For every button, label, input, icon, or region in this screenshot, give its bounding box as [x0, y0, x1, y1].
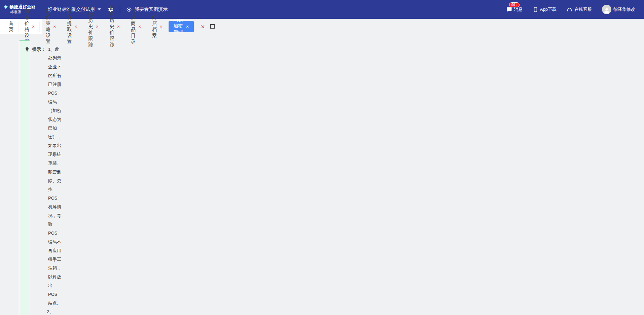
tab[interactable]: 采购历史价跟踪 — [84, 21, 104, 32]
tab-label: 门店档案 — [152, 14, 157, 39]
headset-icon — [567, 7, 572, 12]
tab-bar: 首页 商品价格设置 进价策略设置 售价提取设置 — [0, 19, 42, 34]
tab-close-icon[interactable] — [32, 24, 35, 29]
user-name: 徐泽华修改 — [613, 6, 635, 12]
tab-close-icon[interactable] — [117, 24, 120, 29]
tab-close-icon[interactable] — [96, 24, 99, 29]
tip-line-1: 1、此处列示企业下的所有已注册POS编码（加密状态为已加密），如果出现系统重装、… — [48, 45, 61, 308]
tip-title: 提示： — [32, 45, 45, 54]
app-download-button[interactable]: App下载 — [533, 6, 557, 12]
tab[interactable]: 进价策略设置 — [41, 21, 61, 32]
app-window: 畅捷通好业财 标准版 好业财标准版交付试用 我要看实例演示 99+ — [0, 0, 644, 315]
tab[interactable]: 门店档案 — [147, 21, 167, 32]
tab-label: 进价策略设置 — [46, 8, 50, 45]
user-menu[interactable]: 徐泽华修改 — [602, 5, 635, 14]
message-badge: 99+ — [509, 2, 520, 7]
tab[interactable]: 首页 — [4, 21, 19, 32]
app-download-label: App下载 — [540, 6, 557, 12]
chevron-down-icon — [98, 8, 101, 10]
tab-label: 销售历史价跟踪 — [110, 5, 114, 48]
tab-label: POS加密管理 — [173, 18, 183, 35]
tip-line: 2、若账套数据已删除，会出现账套、门店、POS名称都为空，只有POS加密key的… — [25, 308, 47, 315]
fullscreen-icon[interactable] — [210, 24, 215, 29]
tab-label: 门店商品目录 — [131, 8, 136, 45]
tab[interactable]: 商品价格设置 — [20, 21, 40, 32]
tab[interactable]: 门店商品目录 — [126, 21, 146, 32]
tab-close-icon[interactable] — [74, 24, 77, 29]
tab-close-icon[interactable] — [186, 24, 189, 29]
online-service-button[interactable]: 在线客服 — [567, 6, 592, 12]
tab-close-icon[interactable] — [53, 24, 56, 29]
brand-logo: 畅捷通好业财 标准版 — [0, 4, 42, 14]
topbar-divider — [120, 6, 120, 13]
tab[interactable]: 售价提取设置 — [62, 21, 82, 32]
close-all-tabs-icon[interactable] — [201, 23, 205, 30]
tab-close-icon[interactable] — [159, 24, 162, 29]
avatar — [602, 5, 611, 14]
demo-link-label: 我要看实例演示 — [135, 6, 168, 12]
tip-box: 提示： 1、此处列示企业下的所有已注册POS编码（加密状态为已加密），如果出现系… — [19, 40, 30, 315]
diamond-icon — [3, 5, 8, 9]
tab[interactable]: 销售历史价跟踪 — [105, 21, 125, 32]
chat-icon — [506, 7, 512, 12]
tab-close-icon[interactable] — [138, 24, 141, 29]
bulb-icon — [25, 47, 30, 52]
tab-label: 售价提取设置 — [67, 8, 72, 45]
tab-actions — [194, 19, 221, 34]
tab-label: 采购历史价跟踪 — [88, 5, 93, 48]
brand-edition: 标准版 — [3, 10, 42, 14]
tab[interactable]: POS加密管理 — [169, 21, 194, 32]
tab-label: 首页 — [9, 21, 13, 33]
online-service-label: 在线客服 — [574, 6, 592, 12]
main-area: 首页 商品价格设置 进价策略设置 售价提取设置 — [0, 19, 42, 315]
topbar: 畅捷通好业财 标准版 好业财标准版交付试用 我要看实例演示 99+ — [0, 0, 644, 19]
brand-name: 畅捷通好业财 — [9, 4, 36, 10]
content-area: 提示： 1、此处列示企业下的所有已注册POS编码（加密状态为已加密），如果出现系… — [0, 34, 42, 315]
messages-button[interactable]: 99+ 消息 — [506, 6, 523, 12]
phone-icon — [533, 7, 538, 12]
